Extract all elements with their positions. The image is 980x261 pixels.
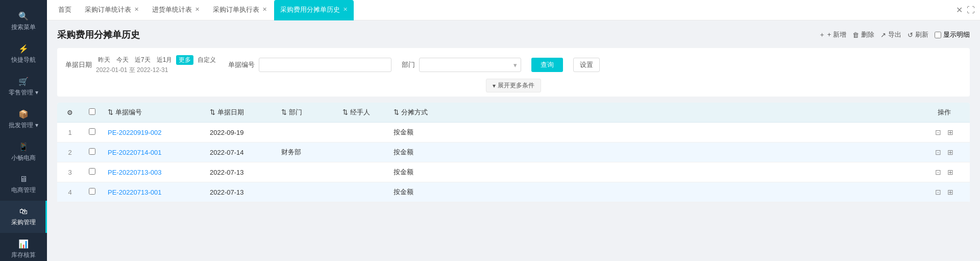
tab-purchase-cost-history[interactable]: 采购费用分摊单历史 ✕ (274, 0, 354, 20)
date-range-display: 2022-01-01 至 2022-12-31 (96, 66, 218, 75)
col-header-checkbox (83, 103, 102, 123)
docno-filter-label: 单据编号 (228, 60, 255, 69)
cell-handler-1 (336, 143, 387, 162)
doc-link-1[interactable]: PE-20220714-001 (108, 149, 162, 156)
expand-more-button[interactable]: ▾ 展开更多条件 (486, 79, 541, 92)
col-header-dept: ⇅ 部门 (275, 103, 336, 123)
row-checkbox-2[interactable] (89, 168, 95, 175)
row-edit-icon-2[interactable]: ⊡ (934, 167, 942, 177)
add-button[interactable]: ＋ + 新增 (819, 30, 846, 39)
cell-split-3: 按金额 (387, 182, 919, 202)
settings-gear[interactable]: ⚙ (67, 109, 73, 116)
cell-docno-0: PE-20220919-002 (102, 123, 204, 143)
cell-dept-0 (275, 123, 336, 143)
main-area: 首页 采购订单统计表 ✕ 进货单统计表 ✕ 采购订单执行表 ✕ 采购费用分摊单历… (47, 0, 980, 261)
cell-dept-2 (275, 162, 336, 182)
cell-split-1: 按金额 (387, 143, 919, 162)
tab-close-inbound-stats[interactable]: ✕ (195, 6, 200, 13)
cell-checkbox-2 (83, 162, 102, 182)
sidebar-item-quick[interactable]: ⚡ 快捷导航 (0, 38, 47, 70)
show-columns-checkbox[interactable] (935, 32, 941, 38)
tab-close-purchase-order-stats[interactable]: ✕ (134, 6, 139, 13)
filter-dept-group: 部门 财务部 (402, 58, 521, 72)
settings-button[interactable]: 设置 (573, 58, 600, 72)
row-checkbox-1[interactable] (89, 148, 95, 155)
col-header-split: ⇅ 分摊方式 (387, 103, 919, 123)
row-detail-icon-0[interactable]: ⊞ (946, 127, 954, 137)
query-button[interactable]: 查询 (531, 58, 563, 72)
sidebar-item-search[interactable]: 🔍 搜索菜单 (0, 5, 47, 38)
close-all-tabs-icon[interactable]: ✕ (956, 5, 963, 15)
maximize-icon[interactable]: ⛶ (967, 6, 975, 15)
cell-seq-1: 2 (57, 143, 83, 162)
row-edit-icon-0[interactable]: ⊡ (934, 127, 942, 137)
export-button[interactable]: ↗ 导出 (880, 30, 901, 39)
header-actions: ＋ + 新增 🗑 删除 ↗ 导出 ↺ 刷新 显示明细 (819, 30, 970, 39)
shortcut-today[interactable]: 今天 (114, 55, 131, 65)
doc-link-2[interactable]: PE-20220713-003 (108, 169, 162, 176)
date-shortcuts-group: 昨天 今天 近7天 近1月 更多 自定义 2022-01-01 至 2022-1… (96, 55, 218, 75)
select-all-checkbox[interactable] (89, 108, 95, 115)
tab-bar-actions: ✕ ⛶ (956, 5, 975, 15)
cell-action-3: ⊡ ⊞ (919, 182, 970, 202)
sidebar-item-mini[interactable]: 📱 小畅电商 (0, 136, 47, 169)
row-checkbox-0[interactable] (89, 128, 95, 135)
ecommerce-icon: 🖥 (2, 175, 45, 184)
cell-date-2: 2022-07-13 (204, 162, 275, 182)
tab-home[interactable]: 首页 (52, 0, 78, 20)
retail-icon: 🛒 (2, 77, 45, 86)
shortcut-7days[interactable]: 近7天 (133, 55, 153, 65)
row-edit-icon-1[interactable]: ⊡ (934, 147, 942, 157)
tab-close-purchase-cost-history[interactable]: ✕ (343, 6, 348, 13)
sidebar-item-inventory[interactable]: 📊 库存核算 (0, 233, 47, 261)
row-detail-icon-1[interactable]: ⊞ (946, 147, 954, 157)
row-checkbox-3[interactable] (89, 188, 95, 195)
shortcut-more[interactable]: 更多 (176, 55, 193, 65)
row-edit-icon-3[interactable]: ⊡ (934, 187, 942, 197)
cell-docno-2: PE-20220713-003 (102, 162, 204, 182)
doc-link-0[interactable]: PE-20220919-002 (108, 129, 162, 136)
chevron-down-icon: ▾ (493, 82, 496, 89)
table-row: 2 PE-20220714-001 2022-07-14 财务部 按金额 ⊡ ⊞ (57, 143, 970, 162)
page-content: 采购费用分摊单历史 ＋ + 新增 🗑 删除 ↗ 导出 ↺ 刷新 (47, 20, 980, 261)
sort-docno-icon[interactable]: ⇅ (108, 108, 113, 116)
data-table-wrapper: ⚙ ⇅ 单据编号 ⇅ 单据日期 (57, 103, 970, 202)
sidebar: 🔍 搜索菜单 ⚡ 快捷导航 🛒 零售管理 ▾ 📦 批发管理 ▾ 📱 小畅电商 🖥… (0, 0, 47, 261)
cell-dept-1: 财务部 (275, 143, 336, 162)
tab-close-purchase-order-exec[interactable]: ✕ (262, 6, 267, 13)
delete-button[interactable]: 🗑 删除 (852, 30, 874, 39)
shortcut-1month[interactable]: 近1月 (155, 55, 175, 65)
dept-filter-select[interactable]: 财务部 (419, 58, 521, 72)
sort-dept-icon[interactable]: ⇅ (281, 108, 287, 116)
sort-split-icon[interactable]: ⇅ (394, 108, 399, 116)
refresh-button[interactable]: ↺ 刷新 (908, 30, 928, 39)
quick-icon: ⚡ (2, 44, 45, 54)
show-columns-label[interactable]: 显示明细 (935, 30, 970, 39)
sort-date-icon[interactable]: ⇅ (210, 108, 215, 116)
export-icon: ↗ (880, 31, 886, 39)
shortcut-custom[interactable]: 自定义 (195, 55, 218, 65)
refresh-icon: ↺ (908, 31, 913, 39)
row-detail-icon-3[interactable]: ⊞ (946, 187, 954, 197)
cell-handler-0 (336, 123, 387, 143)
col-header-handler: ⇅ 经手人 (336, 103, 387, 123)
tab-purchase-order-stats[interactable]: 采购订单统计表 ✕ (79, 0, 145, 20)
tab-inbound-stats[interactable]: 进货单统计表 ✕ (146, 0, 206, 20)
doc-link-3[interactable]: PE-20220713-001 (108, 188, 162, 196)
page-header: 采购费用分摊单历史 ＋ + 新增 🗑 删除 ↗ 导出 ↺ 刷新 (57, 29, 970, 41)
docno-filter-input[interactable] (259, 58, 391, 72)
cell-checkbox-1 (83, 143, 102, 162)
shortcut-yesterday[interactable]: 昨天 (96, 55, 112, 65)
sort-handler-icon[interactable]: ⇅ (342, 108, 348, 116)
expand-more-row: ▾ 展开更多条件 (65, 79, 962, 92)
sidebar-item-wholesale[interactable]: 📦 批发管理 ▾ (0, 103, 47, 136)
sidebar-item-ecommerce[interactable]: 🖥 电商管理 (0, 169, 47, 201)
sidebar-item-retail[interactable]: 🛒 零售管理 ▾ (0, 70, 47, 103)
sidebar-item-purchase[interactable]: 🛍 采购管理 (0, 201, 47, 233)
cell-seq-3: 4 (57, 182, 83, 202)
filter-row-1: 单据日期 昨天 今天 近7天 近1月 更多 自定义 2022-01-01 至 2… (65, 55, 962, 75)
tab-purchase-order-exec[interactable]: 采购订单执行表 ✕ (207, 0, 273, 20)
row-detail-icon-2[interactable]: ⊞ (946, 167, 954, 177)
cell-docno-1: PE-20220714-001 (102, 143, 204, 162)
col-header-docno: ⇅ 单据编号 (102, 103, 204, 123)
